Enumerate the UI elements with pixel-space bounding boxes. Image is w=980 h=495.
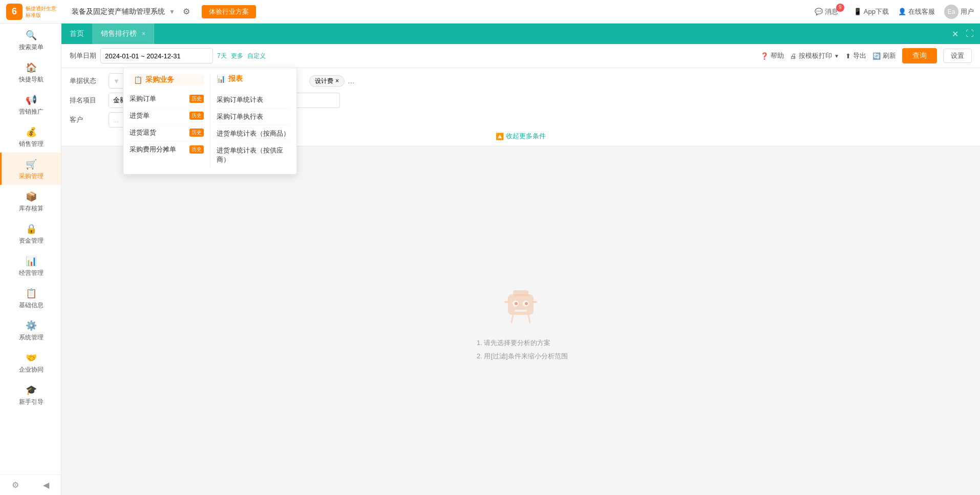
svg-line-9 <box>512 315 513 322</box>
app-download-btn[interactable]: 📱 App下载 <box>854 7 889 16</box>
empty-tips: 请先选择要分析的方案 用[过滤]条件来缩小分析范围 <box>474 336 567 363</box>
online-service-label: 在线客服 <box>908 7 935 16</box>
date-label: 制单日期 <box>70 51 96 60</box>
help-btn[interactable]: ❓ 帮助 <box>760 51 784 60</box>
empty-illustration <box>495 279 546 330</box>
report-item-2[interactable]: 采购订单执行表 <box>217 109 291 125</box>
report-item-3[interactable]: 进货单统计表（按商品） <box>217 125 291 142</box>
purchase-col-1: 📋 采购业务 采购订单 历史 进货单 历史 进货退货 历史 <box>123 74 210 168</box>
capital-icon: 🔒 <box>26 223 37 234</box>
sidebar-label-operation: 经营管理 <box>19 269 44 277</box>
date-range-input[interactable]: 2024-01-01 ~ 2024-12-31 <box>100 48 213 63</box>
service-icon: 👤 <box>898 8 906 15</box>
sidebar-item-marketing[interactable]: 📢 营销推广 <box>0 88 61 120</box>
sidebar-bottom: ⚙ ◀ <box>0 475 61 495</box>
message-btn[interactable]: 💬 消息 9 <box>815 7 844 16</box>
inventory-icon: 📦 <box>26 191 37 202</box>
sidebar-item-sales[interactable]: 💰 销售管理 <box>0 120 61 153</box>
tab-sales-rank-label: 销售排行榜 <box>101 29 137 38</box>
refresh-btn[interactable]: 🔄 刷新 <box>872 51 896 60</box>
marketing-icon: 📢 <box>26 94 37 105</box>
sidebar-label-system: 系统管理 <box>19 333 44 342</box>
tab-bar: 首页 销售排行榜 × ✕ ⛶ <box>61 24 980 44</box>
industry-btn[interactable]: 体验行业方案 <box>202 5 256 18</box>
print-chevron-icon[interactable]: ▼ <box>834 53 839 59</box>
date-more[interactable]: 更多 <box>231 52 243 60</box>
sidebar-label-search: 搜索菜单 <box>19 43 44 52</box>
home-icon: 🏠 <box>26 62 37 73</box>
report-item-4[interactable]: 进货单统计表（按供应商） <box>217 142 291 168</box>
svg-point-5 <box>525 302 528 305</box>
tab-close-all-icon[interactable]: ✕ <box>950 27 961 41</box>
collapse-sidebar-btn[interactable]: ◀ <box>43 480 49 490</box>
sidebar-item-inventory[interactable]: 📦 库存核算 <box>0 185 61 217</box>
phone-icon: 📱 <box>854 8 862 15</box>
sidebar-label-newbie: 新手引导 <box>19 398 44 406</box>
print-icon: 🖨 <box>790 52 797 60</box>
export-btn[interactable]: ⬆ 导出 <box>845 51 866 60</box>
settings-btn[interactable]: ⚙ <box>12 480 19 490</box>
top-header: 6 畅捷通好生意 标准版 装备及固定资产辅助管理系统 ▼ ⚙ 体验行业方案 💬 … <box>0 0 980 24</box>
sidebar-label-sales: 销售管理 <box>19 140 44 148</box>
order-status-label: 单据状态 <box>70 76 100 85</box>
sidebar-item-cooperation[interactable]: 🤝 企业协同 <box>0 346 61 378</box>
report-item-4-label: 进货单统计表（按供应商） <box>217 146 291 164</box>
purchase-col2-header: 📊 报表 <box>217 74 291 87</box>
collapse-btn[interactable]: 🔼 收起更多条件 <box>496 132 546 141</box>
message-icon: 💬 <box>815 8 823 15</box>
goods-ellipsis[interactable]: ... <box>348 76 354 85</box>
logo-text: 畅捷通好生意 标准版 <box>26 5 56 18</box>
system-settings-icon[interactable]: ⚙ <box>179 5 194 19</box>
goods-tag: 设计费 × <box>309 75 345 87</box>
search-icon: 🔍 <box>26 30 37 41</box>
report-item-2-label: 采购订单执行表 <box>217 112 263 121</box>
sidebar-label-basic: 基础信息 <box>19 301 44 310</box>
print-btn[interactable]: 🖨 按模板打印 ▼ <box>790 51 839 60</box>
operation-icon: 📊 <box>26 255 37 267</box>
date-custom[interactable]: 自定义 <box>247 52 266 60</box>
sidebar-label-purchase: 采购管理 <box>19 172 44 181</box>
sidebar-item-newbie[interactable]: 🎓 新手引导 <box>0 378 61 411</box>
app-download-label: App下载 <box>864 7 889 16</box>
sidebar-label-quick: 快捷导航 <box>19 75 44 84</box>
tab-close-icon[interactable]: × <box>142 30 145 37</box>
tab-maximize-icon[interactable]: ⛶ <box>964 27 976 40</box>
query-btn[interactable]: 查询 <box>902 48 937 63</box>
report-item-1[interactable]: 采购订单统计表 <box>217 92 291 109</box>
sidebar: 🔍 搜索菜单 🏠 快捷导航 📢 营销推广 💰 销售管理 🛒 采购管理 📦 库存核… <box>0 24 61 495</box>
report-icon: 📊 <box>217 75 225 83</box>
chevron-down-icon[interactable]: ▼ <box>169 8 175 15</box>
purchase-item-return[interactable]: 进货退货 历史 <box>130 124 204 141</box>
goods-tag-close-icon[interactable]: × <box>335 77 339 84</box>
purchase-icon: 🛒 <box>26 159 37 170</box>
sidebar-item-quick[interactable]: 🏠 快捷导航 <box>0 56 61 88</box>
sidebar-item-basic[interactable]: 📋 基础信息 <box>0 282 61 314</box>
tab-home[interactable]: 首页 <box>61 24 93 44</box>
purchase-item-purchase[interactable]: 进货单 历史 <box>130 107 204 124</box>
tab-sales-rank[interactable]: 销售排行榜 × <box>93 24 154 44</box>
purchase-col-2: 📊 报表 采购订单统计表 采购订单执行表 进货单统计表（按商品） 进货单统计表（… <box>210 74 297 168</box>
purchase-item-order[interactable]: 采购订单 历史 <box>130 91 204 107</box>
date-7days[interactable]: 7天 <box>217 52 227 60</box>
newbie-icon: 🎓 <box>26 384 37 396</box>
print-label: 按模板打印 <box>799 51 832 60</box>
user-area[interactable]: Ea 用户 <box>944 5 974 19</box>
purchase-item-cost[interactable]: 采购费用分摊单 历史 <box>130 141 204 158</box>
svg-rect-6 <box>515 310 527 312</box>
system-title-area: 装备及固定资产辅助管理系统 ▼ ⚙ 体验行业方案 <box>68 5 815 19</box>
order-status-ellipsis[interactable]: ▼ <box>113 77 120 85</box>
sidebar-item-operation[interactable]: 📊 经营管理 <box>0 249 61 282</box>
tab-home-label: 首页 <box>70 29 84 38</box>
sidebar-item-search[interactable]: 🔍 搜索菜单 <box>0 24 61 56</box>
settings-btn[interactable]: 设置 <box>943 49 972 63</box>
sidebar-item-purchase[interactable]: 🛒 采购管理 <box>0 153 61 185</box>
sidebar-item-system[interactable]: ⚙️ 系统管理 <box>0 314 61 346</box>
empty-tip-2: 用[过滤]条件来缩小分析范围 <box>484 350 567 363</box>
refresh-icon: 🔄 <box>872 52 881 60</box>
online-service-btn[interactable]: 👤 在线客服 <box>898 7 935 16</box>
purchase-dropdown-menu: 📋 采购业务 采购订单 历史 进货单 历史 进货退货 历史 <box>123 68 297 175</box>
sidebar-item-capital[interactable]: 🔒 资金管理 <box>0 217 61 249</box>
empty-state: 请先选择要分析的方案 用[过滤]条件来缩小分析范围 <box>61 146 980 495</box>
history-badge-cost: 历史 <box>189 145 204 154</box>
svg-rect-1 <box>513 290 528 296</box>
